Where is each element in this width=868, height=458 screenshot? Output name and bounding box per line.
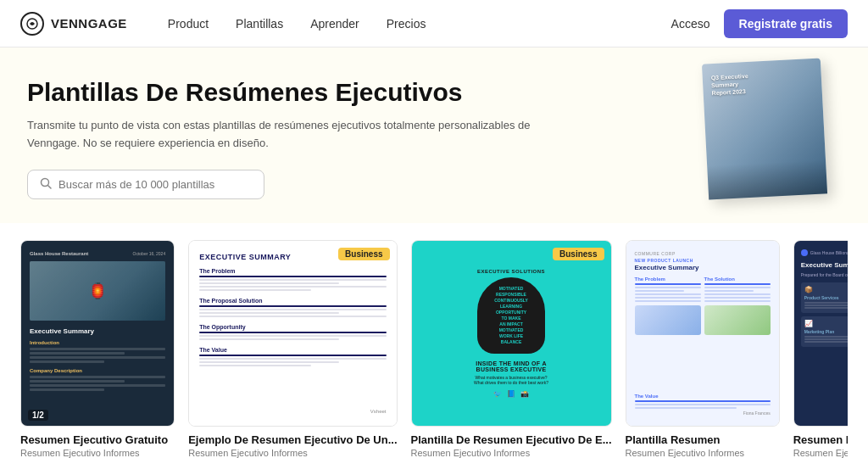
template-thumb-5: Business Glass House Billionaires Execut…: [793, 240, 848, 427]
search-input[interactable]: [58, 178, 252, 191]
card4-person: Fiona Frances: [635, 411, 771, 416]
card5-title: Executive Summary: [801, 261, 848, 269]
card3-tagline: What motivates a business executive?What…: [474, 375, 548, 385]
template-name-5: Resumen Ejecutivo Simple De Una Pá...: [793, 433, 848, 446]
acceso-button[interactable]: Acceso: [671, 17, 710, 31]
template-card-4[interactable]: COMMURE CORP NEW PRODUCT LAUNCH Executiv…: [626, 240, 780, 458]
template-sub-2: Resumen Ejecutivo Informes: [188, 448, 397, 458]
main-nav: Product Plantillas Aprender Precios: [168, 14, 671, 34]
card5-footer: venngage@glasshousebillionaires.com | +1…: [801, 350, 848, 355]
logo-area[interactable]: VENNGAGE: [20, 12, 127, 36]
card3-icons: 🐦 📘 📸: [493, 390, 529, 398]
templates-grid: Glass House Restaurant October 16, 2024 …: [20, 240, 848, 458]
register-button[interactable]: Registrate gratis: [724, 9, 848, 38]
template-sub-1: Resumen Ejecutivo Informes: [20, 448, 175, 458]
card4-columns: The Problem The Solution: [635, 276, 771, 388]
header-actions: Acceso Registrate gratis: [671, 9, 848, 38]
card4-title: Executive Summary: [635, 264, 771, 271]
nav-product[interactable]: Product: [168, 14, 209, 34]
card5-header: Glass House Billionaires: [801, 249, 848, 256]
template-thumb-3: Business EXECUTIVE SOLUTIONS MOTIVATEDRE…: [411, 240, 612, 427]
card5-box-3: 📈 Marketing Plan: [801, 316, 848, 347]
hero-book-cover: Q3 ExecutiveSummaryReport 2023: [702, 58, 827, 199]
card3-company-label: EXECUTIVE SOLUTIONS: [477, 269, 545, 274]
logo-icon: [20, 12, 44, 36]
card4-col-right: The Solution: [704, 276, 771, 388]
hero-book-title-text: Q3 ExecutiveSummaryReport 2023: [711, 72, 749, 98]
search-icon: [40, 177, 52, 192]
template-thumb-2: Business Executive Summary The Problem T…: [188, 240, 397, 427]
templates-section: Glass House Restaurant October 16, 2024 …: [0, 223, 868, 458]
template-card-3[interactable]: Business EXECUTIVE SOLUTIONS MOTIVATEDRE…: [411, 240, 612, 458]
hero-book-decoration: [712, 102, 713, 114]
header: VENNGAGE Product Plantillas Aprender Pre…: [0, 0, 868, 47]
hero-section: Plantillas De Resúmenes Ejecutivos Trans…: [0, 47, 868, 223]
card5-subtitle: Prepared for the Board of Directors: [801, 272, 848, 277]
card4-value-section: The Value: [635, 394, 771, 411]
page-indicator-1: 1/2: [28, 410, 48, 421]
card5-grid: 📦 Product Services 💼 Business Model: [801, 282, 848, 347]
svg-line-2: [48, 185, 52, 188]
template-name-1: Resumen Ejecutivo Gratuito: [20, 433, 175, 446]
template-sub-5: Resumen Ejecutivo Informes: [793, 448, 848, 458]
template-thumb-1: Glass House Restaurant October 16, 2024 …: [20, 240, 175, 427]
template-card-1[interactable]: Glass House Restaurant October 16, 2024 …: [20, 240, 175, 458]
template-card-5[interactable]: Business Glass House Billionaires Execut…: [793, 240, 848, 458]
card4-col-left: The Problem: [635, 276, 701, 388]
card3-head-visual: MOTIVATEDRESPONSIBLECONTINUOUSLYLEARNING…: [477, 277, 545, 354]
template-name-4: Plantilla Resumen: [626, 433, 780, 446]
hero-title: Plantillas De Resúmenes Ejecutivos: [27, 78, 604, 107]
template-sub-4: Resumen Ejecutivo Informes: [626, 448, 780, 458]
template-badge-3: Business: [553, 248, 604, 260]
card5-box-1: 📦 Product Services: [801, 282, 848, 313]
nav-plantillas[interactable]: Plantillas: [236, 14, 283, 34]
nav-aprender[interactable]: Aprender: [310, 14, 359, 34]
template-name-3: Plantilla De Resumen Ejecutivo De E...: [411, 433, 612, 446]
search-bar[interactable]: [27, 170, 264, 199]
template-card-2[interactable]: Business Executive Summary The Problem T…: [188, 240, 397, 458]
nav-precios[interactable]: Precios: [387, 14, 426, 34]
template-name-2: Ejemplo De Resumen Ejecutivo De Un...: [188, 433, 397, 446]
card4-company-label: COMMURE CORP: [635, 251, 771, 256]
card4-type-label: NEW PRODUCT LAUNCH: [635, 258, 771, 263]
hero-subtitle: Transmite tu punto de vista con estas pl…: [27, 117, 570, 153]
template-sub-3: Resumen Ejecutivo Informes: [411, 448, 612, 458]
card3-head-text: MOTIVATEDRESPONSIBLECONTINUOUSLYLEARNING…: [491, 282, 531, 349]
card3-bottom-label: INSIDE THE MIND OF ABUSINESS EXECUTIVE: [476, 360, 547, 372]
logo-text: VENNGAGE: [51, 16, 127, 31]
template-thumb-4: COMMURE CORP NEW PRODUCT LAUNCH Executiv…: [626, 240, 780, 427]
template-badge-2: Business: [338, 248, 389, 260]
hero-book-image: Q3 ExecutiveSummaryReport 2023: [705, 61, 841, 197]
